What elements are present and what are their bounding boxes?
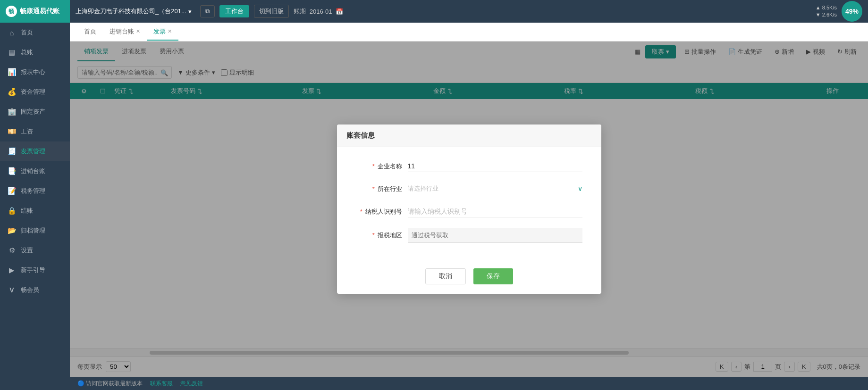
copy-button[interactable]: ⧉ xyxy=(200,5,215,17)
tab-home-label: 首页 xyxy=(84,27,96,36)
company-name-input[interactable] xyxy=(408,160,582,172)
sidebar-item-label: 设置 xyxy=(21,246,33,255)
sidebar-item-label: 总账 xyxy=(21,48,33,57)
switch-old-button[interactable]: 切到旧版 xyxy=(254,5,289,18)
funds-icon: 💰 xyxy=(8,88,16,96)
period-value: 2016-01 xyxy=(310,8,332,15)
dialog-body: * 企业名称 * 所在行业 请选择行业 ∨ xyxy=(337,147,601,263)
tab-invoice[interactable]: 发票 ✕ xyxy=(147,24,178,41)
sidebar-item-purchase[interactable]: 📑 进销台账 xyxy=(0,161,70,181)
speed-percent: 49% xyxy=(845,8,859,15)
save-button[interactable]: 保存 xyxy=(473,268,513,284)
guide-icon: ▶ xyxy=(8,266,16,274)
sidebar-item-payroll[interactable]: 💴 工资 xyxy=(0,122,70,141)
sidebar-item-member[interactable]: V 畅会员 xyxy=(0,280,70,300)
period-label: 账期 xyxy=(294,7,306,16)
home-icon: ⌂ xyxy=(8,29,16,37)
industry-select[interactable]: 请选择行业 ∨ xyxy=(408,183,582,195)
industry-placeholder: 请选择行业 xyxy=(408,184,578,193)
sidebar-item-label: 发票管理 xyxy=(21,147,45,156)
required-star: * xyxy=(372,185,375,192)
tax-area-label: * 报税地区 xyxy=(356,231,408,240)
sidebar-item-label: 报表中心 xyxy=(21,68,45,76)
logo-text: 畅康通易代账 xyxy=(20,7,59,16)
footer-tip-text: 🔵 访问官网获取最新版本 xyxy=(77,380,143,388)
sidebar-item-label: 新手引导 xyxy=(21,266,45,274)
assets-icon: 🏢 xyxy=(8,108,16,116)
reports-icon: 📊 xyxy=(8,68,16,76)
tab-purchase[interactable]: 进销台账 ✕ xyxy=(103,24,147,41)
sidebar-item-settings[interactable]: ⚙ 设置 xyxy=(0,241,70,260)
tax-area-input xyxy=(408,228,582,243)
topbar: 上海卯金刀电子科技有限公司_（台201... ▾ ⧉ 工作台 切到旧版 账期 2… xyxy=(70,0,868,23)
sidebar-item-label: 资金管理 xyxy=(21,88,45,96)
tax-id-input[interactable] xyxy=(408,206,582,217)
calendar-icon[interactable]: 📅 xyxy=(336,8,343,15)
ledger-icon: ▤ xyxy=(8,48,16,57)
dialog-footer: 取消 保存 xyxy=(337,263,601,294)
chevron-down-icon: ∨ xyxy=(578,185,582,192)
main-area: 上海卯金刀电子科技有限公司_（台201... ▾ ⧉ 工作台 切到旧版 账期 2… xyxy=(70,0,868,390)
tab-home[interactable]: 首页 xyxy=(77,24,103,41)
sidebar-item-label: 畅会员 xyxy=(21,286,39,294)
form-row-tax-area: * 报税地区 xyxy=(356,228,582,243)
sidebar-item-home[interactable]: ⌂ 首页 xyxy=(0,23,70,42)
tab-invoice-label: 发票 xyxy=(153,27,166,36)
sidebar: 畅 畅康通易代账 ⌂ 首页 ▤ 总账 📊 报表中心 💰 资金管理 🏢 固定资产 … xyxy=(0,0,70,390)
cancel-button[interactable]: 取消 xyxy=(425,268,466,284)
sidebar-item-label: 工资 xyxy=(21,127,33,136)
sidebar-item-label: 固定资产 xyxy=(21,108,45,116)
company-text: 上海卯金刀电子科技有限公司_（台201... xyxy=(76,7,186,16)
speed-info: ▲ 8.5K/s ▼ 2.6K/s xyxy=(816,4,837,19)
form-row-company: * 企业名称 xyxy=(356,160,582,172)
company-name-label: * 企业名称 xyxy=(356,162,408,171)
footer-feedback[interactable]: 意见反馈 xyxy=(180,380,203,388)
page-tabs: 首页 进销台账 ✕ 发票 ✕ xyxy=(70,23,868,41)
form-row-tax-id: * 纳税人识别号 xyxy=(356,206,582,217)
sidebar-item-archive[interactable]: 📂 归档管理 xyxy=(0,221,70,241)
speed-indicator: 49% xyxy=(842,1,862,22)
sidebar-item-reports[interactable]: 📊 报表中心 xyxy=(0,62,70,82)
sidebar-item-assets[interactable]: 🏢 固定资产 xyxy=(0,102,70,122)
footer-contact[interactable]: 联系客服 xyxy=(150,380,173,388)
sidebar-item-close[interactable]: 🔒 结账 xyxy=(0,201,70,221)
speed-up: ▲ 8.5K/s xyxy=(816,4,837,11)
payroll-icon: 💴 xyxy=(8,127,16,136)
modal-overlay: 账套信息 * 企业名称 * 所在行 xyxy=(70,41,868,377)
speed-down: ▼ 2.6K/s xyxy=(816,11,837,18)
sidebar-item-guide[interactable]: ▶ 新手引导 xyxy=(0,260,70,280)
invoice-icon: 🧾 xyxy=(8,147,16,156)
workspace-button[interactable]: 工作台 xyxy=(219,5,249,17)
content-area: 销项发票 进项发票 费用小票 ▦ 取票 ▾ ⊞ 批量操作 📄 xyxy=(70,41,868,377)
sidebar-logo: 畅 畅康通易代账 xyxy=(0,0,70,23)
member-icon: V xyxy=(8,286,16,294)
dialog-account-info: 账套信息 * 企业名称 * 所在行 xyxy=(337,124,601,294)
tax-icon: 📝 xyxy=(8,187,16,195)
form-row-industry: * 所在行业 请选择行业 ∨ xyxy=(356,183,582,195)
required-star: * xyxy=(372,163,375,170)
sidebar-item-tax[interactable]: 📝 税务管理 xyxy=(0,181,70,201)
period-info: 账期 2016-01 📅 xyxy=(294,7,344,16)
archive-icon: 📂 xyxy=(8,226,16,235)
close-accounts-icon: 🔒 xyxy=(8,207,16,215)
sidebar-item-invoice[interactable]: 🧾 发票管理 xyxy=(0,141,70,161)
purchase-icon: 📑 xyxy=(8,167,16,175)
tab-invoice-close[interactable]: ✕ xyxy=(168,28,172,34)
tab-purchase-label: 进销台账 xyxy=(110,27,134,36)
tab-purchase-close[interactable]: ✕ xyxy=(136,28,140,34)
company-dropdown-icon[interactable]: ▾ xyxy=(188,8,192,15)
sidebar-item-funds[interactable]: 💰 资金管理 xyxy=(0,82,70,102)
sidebar-item-ledger[interactable]: ▤ 总账 xyxy=(0,42,70,62)
dialog-title: 账套信息 xyxy=(337,124,601,147)
sidebar-item-label: 归档管理 xyxy=(21,226,45,235)
gear-icon: ⚙ xyxy=(8,246,16,255)
required-star: * xyxy=(372,232,375,239)
tax-id-label: * 纳税人识别号 xyxy=(356,207,408,216)
sidebar-item-label: 税务管理 xyxy=(21,187,45,195)
logo-icon: 畅 xyxy=(6,6,17,17)
sidebar-item-label: 进销台账 xyxy=(21,167,45,175)
sidebar-item-label: 结账 xyxy=(21,207,33,215)
required-star: * xyxy=(360,208,362,215)
dialog-title-text: 账套信息 xyxy=(346,131,375,139)
industry-label: * 所在行业 xyxy=(356,185,408,193)
